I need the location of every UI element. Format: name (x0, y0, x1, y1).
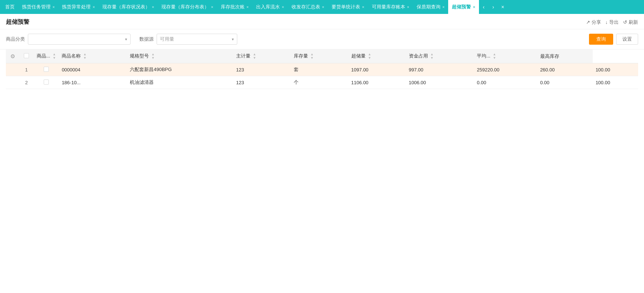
nav-item-demand[interactable]: 要货单统计表 × (328, 0, 368, 14)
row-num: 2 (19, 76, 34, 89)
col-header-stock: 库存量 ▲ ▼ (291, 49, 348, 63)
category-label: 商品分类 (6, 36, 25, 42)
page-header: 超储预警 ↗ 分享 ↓ 导出 ↺ 刷新 (0, 14, 644, 29)
close-tab-expiry[interactable]: × (442, 5, 444, 9)
table-body: 1 0000004 六配套新昌490BPG 123 套 1097.00 997.… (6, 63, 638, 89)
close-tab-batch[interactable]: × (246, 5, 249, 9)
table-row[interactable]: 1 0000004 六配套新昌490BPG 123 套 1097.00 997.… (6, 63, 638, 76)
category-filter: 商品分类 ▾ (6, 34, 131, 45)
col-header-unit: 主计量 ▲ ▼ (233, 49, 291, 63)
col-header-checkbox (19, 49, 34, 63)
close-tab-task-mgmt[interactable]: × (52, 5, 55, 9)
header-checkbox[interactable] (24, 53, 29, 58)
row-max-stock: 100.00 (593, 63, 638, 76)
nav-prev-arrow[interactable]: ‹ (479, 0, 489, 14)
top-navigation: 首页 拣货任务管理 × 拣货异常处理 × 现存量（库存状况表） × 现存量（库存… (0, 0, 644, 14)
row-spec: 123 (233, 76, 291, 89)
table-gear-icon[interactable]: ⚙ (10, 53, 15, 59)
category-select[interactable]: ▾ (28, 34, 131, 45)
export-icon: ↓ (605, 19, 608, 25)
row-gear-cell (6, 76, 19, 89)
share-icon: ↗ (586, 19, 590, 25)
nav-item-overstock[interactable]: 超储预警 × (448, 0, 479, 14)
col-header-spec: 规格型号 ▲ ▼ (127, 49, 233, 63)
row-checkbox-cell (34, 63, 59, 76)
close-tab-summary[interactable]: × (322, 5, 324, 9)
nav-item-home[interactable]: 首页 (1, 0, 18, 14)
nav-item-exception[interactable]: 拣货异常处理 × (58, 0, 98, 14)
sort-icon-stock[interactable]: ▲ ▼ (310, 53, 314, 60)
page-title: 超储预警 (6, 18, 29, 26)
col-header-gear: ⚙ (6, 49, 19, 63)
row-over-stock: 997.00 (406, 63, 474, 76)
table-container: ⚙ 商品... ▲ ▼ 商品名称 (0, 49, 644, 89)
datasource-value: 可用量 (160, 36, 174, 42)
settings-button[interactable]: 设置 (616, 34, 638, 45)
page-container: 超储预警 ↗ 分享 ↓ 导出 ↺ 刷新 商品分类 ▾ 数据源 (0, 14, 644, 293)
nav-item-expiry[interactable]: 保质期查询 × (413, 0, 448, 14)
category-arrow-icon: ▾ (125, 37, 127, 42)
col-header-capital-use: 资金占用 ▲ ▼ (406, 49, 474, 63)
header-actions: ↗ 分享 ↓ 导出 ↺ 刷新 (586, 19, 638, 26)
close-tab-stock-dist[interactable]: × (211, 5, 213, 9)
nav-item-task-mgmt[interactable]: 拣货任务管理 × (18, 0, 58, 14)
nav-item-avail-stock[interactable]: 可用量库存账本 × (368, 0, 413, 14)
row-stock: 1106.00 (348, 76, 406, 89)
row-capital-use: 0.00 (474, 76, 537, 89)
row-max-stock: 100.00 (593, 76, 638, 89)
export-button[interactable]: ↓ 导出 (605, 19, 619, 26)
datasource-label: 数据源 (139, 36, 154, 42)
row-product-code: 186-10... (59, 76, 127, 89)
nav-next-arrow[interactable]: › (489, 0, 498, 14)
col-header-avg: 平均... ▲ ▼ (474, 49, 537, 63)
col-header-max-stock: 最高库存 (537, 49, 593, 63)
close-tab-exception[interactable]: × (92, 5, 95, 9)
table-header-row: ⚙ 商品... ▲ ▼ 商品名称 (6, 49, 638, 63)
close-tab-stock-status[interactable]: × (152, 5, 154, 9)
sort-icon-over-stock[interactable]: ▲ ▼ (368, 53, 371, 60)
query-button[interactable]: 查询 (589, 34, 613, 45)
sort-icon-spec[interactable]: ▲ ▼ (151, 53, 155, 60)
nav-item-summary[interactable]: 收发存汇总表 × (288, 0, 328, 14)
nav-item-inout-flow[interactable]: 出入库流水 × (252, 0, 288, 14)
close-tab-demand[interactable]: × (362, 5, 364, 9)
col-header-over-stock: 超储量 ▲ ▼ (348, 49, 406, 63)
col-header-product-name: 商品名称 ▲ ▼ (59, 49, 127, 63)
close-tab-overstock[interactable]: × (473, 5, 475, 9)
row-spec: 123 (233, 63, 291, 76)
nav-item-stock-status[interactable]: 现存量（库存状况表） × (99, 0, 158, 14)
table-row[interactable]: 2 186-10... 机油滤清器 123 个 1106.00 1006.00 … (6, 76, 638, 89)
refresh-button[interactable]: ↺ 刷新 (623, 19, 638, 26)
row-gear-cell (6, 63, 19, 76)
row-stock: 1097.00 (348, 63, 406, 76)
nav-item-stock-dist[interactable]: 现存量（库存分布表） × (158, 0, 217, 14)
nav-item-batch[interactable]: 库存批次账 × (217, 0, 252, 14)
row-avg: 260.00 (537, 63, 593, 76)
datasource-filter: 数据源 可用量 ▾ (139, 34, 237, 45)
sort-icon-product-code[interactable]: ▲ ▼ (52, 53, 56, 60)
row-unit: 套 (291, 63, 348, 76)
row-product-name: 六配套新昌490BPG (127, 63, 233, 76)
row-unit: 个 (291, 76, 348, 89)
close-tab-avail-stock[interactable]: × (407, 5, 409, 9)
sort-icon-avg[interactable]: ▲ ▼ (493, 53, 496, 60)
row-over-stock: 1006.00 (406, 76, 474, 89)
row-checkbox[interactable] (44, 67, 49, 72)
share-button[interactable]: ↗ 分享 (586, 19, 601, 26)
row-num: 1 (19, 63, 34, 76)
row-checkbox[interactable] (44, 79, 49, 85)
row-checkbox-cell (34, 76, 59, 89)
datasource-select[interactable]: 可用量 ▾ (157, 34, 237, 45)
sort-icon-product-name[interactable]: ▲ ▼ (83, 53, 87, 60)
nav-close-arrow[interactable]: × (498, 0, 508, 14)
sort-icon-unit[interactable]: ▲ ▼ (253, 53, 256, 60)
refresh-icon: ↺ (623, 19, 627, 25)
sort-icon-capital-use[interactable]: ▲ ▼ (430, 53, 433, 60)
datasource-arrow-icon: ▾ (232, 37, 234, 42)
row-product-name: 机油滤清器 (127, 76, 233, 89)
filter-bar: 商品分类 ▾ 数据源 可用量 ▾ 查询 设置 (0, 29, 644, 49)
row-capital-use: 259220.00 (474, 63, 537, 76)
filter-actions: 查询 设置 (589, 34, 638, 45)
close-tab-inout-flow[interactable]: × (282, 5, 284, 9)
data-table: ⚙ 商品... ▲ ▼ 商品名称 (6, 49, 638, 89)
